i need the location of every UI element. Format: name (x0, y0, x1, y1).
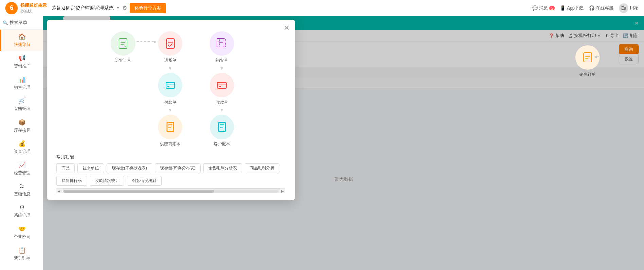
app-icon: 📱 (560, 5, 565, 11)
message-icon: 💬 (532, 5, 538, 11)
marketing-icon: 📢 (18, 54, 26, 62)
flow-item-receipt[interactable]: 收款单 (210, 73, 234, 105)
purchase-slip-circle (158, 31, 182, 56)
app-download-btn[interactable]: 📱 App下载 (560, 5, 584, 11)
popup-overlay: ✕ 进货订单 (43, 16, 644, 270)
logo-line1: 畅康通好生意 (20, 3, 47, 8)
sales-icon: 📊 (18, 76, 26, 83)
svg-rect-14 (166, 122, 168, 132)
func-row-1: 商品 往来单位 现存量(库存状况表) 现存量(库存分布表) 销售毛利分析表 商品… (56, 163, 285, 173)
sidebar-search[interactable]: 🔍 搜索菜单 (0, 16, 43, 30)
flow-item-sales-slip[interactable]: 销货单 (210, 31, 234, 64)
scroll-track (63, 190, 279, 193)
operations-icon: 📈 (18, 161, 26, 169)
scroll-left-btn[interactable]: ◀ (56, 189, 62, 194)
finance-icon: 💰 (18, 140, 26, 147)
svg-rect-22 (219, 122, 225, 132)
receipt-circle (210, 73, 234, 97)
sidebar-item-guide[interactable]: 📋 新手引导 (0, 243, 43, 265)
basic-icon: 🗂 (19, 183, 25, 190)
message-btn[interactable]: 💬 消息 5 (532, 5, 555, 11)
flow-item-customer-ledger[interactable]: 客户账本 (210, 115, 234, 147)
arrow-1-2: ▶ (135, 39, 158, 44)
inventory-icon: 📦 (18, 119, 26, 126)
supplier-ledger-circle (158, 115, 182, 139)
sidebar-item-inventory[interactable]: 📦 库存核算 (0, 115, 43, 137)
sidebar-item-label-system: 系统管理 (14, 213, 30, 218)
try-btn[interactable]: 体验行业方案 (130, 3, 166, 13)
sidebar-item-label-sales: 销售管理 (14, 85, 30, 90)
app-label: App下载 (567, 5, 584, 11)
service-btn[interactable]: 🎧 在线客服 (589, 5, 613, 11)
svg-rect-9 (167, 86, 169, 87)
sidebar-item-label-purchase: 采购管理 (14, 106, 30, 112)
top-bar: 6 畅康通好生意 标准版 装备及固定资产辅助管理系统 ▼ ⚙ 体验行业方案 💬 … (0, 0, 644, 16)
func-btn-sales-margin[interactable]: 销售毛利分析表 (203, 163, 242, 173)
flow-item-sales-order[interactable]: 销售订单 (575, 45, 600, 77)
purchase-slip-label: 进货单 (164, 58, 176, 64)
svg-rect-19 (217, 82, 226, 88)
scroll-right-btn[interactable]: ▶ (280, 189, 285, 194)
settings-icon[interactable]: ⚙ (122, 5, 127, 11)
avatar: Ea (619, 3, 628, 13)
arrow-down-2: ▼ (168, 105, 173, 115)
system-dropdown-icon[interactable]: ▼ (116, 6, 120, 10)
svg-rect-20 (217, 84, 226, 85)
svg-rect-0 (119, 39, 127, 48)
flow-item-purchase-slip[interactable]: 进货单 (158, 31, 182, 64)
customer-ledger-label: 客户账本 (214, 141, 230, 147)
customer-ledger-circle (210, 115, 234, 139)
sidebar-item-sales[interactable]: 📊 销售管理 (0, 72, 43, 94)
flow-item-purchase-order[interactable]: 进货订单 (111, 31, 135, 64)
func-btn-pay-stat[interactable]: 付款情况统计 (127, 176, 162, 186)
logo-icon: 6 (5, 2, 18, 14)
service-label: 在线客服 (596, 5, 613, 11)
sidebar-item-label-guide: 新手引导 (14, 255, 30, 261)
func-btn-recv-stat[interactable]: 收款情况统计 (90, 176, 124, 186)
scroll-bar: ◀ ▶ (56, 188, 285, 193)
user-btn[interactable]: Ea 用友 (619, 3, 639, 13)
func-row-2: 销售排行榜 收款情况统计 付款情况统计 (56, 176, 285, 186)
logo-area: 6 畅康通好生意 标准版 (5, 2, 49, 14)
func-btn-product-margin[interactable]: 商品毛利分析 (245, 163, 279, 173)
common-func-title: 常用功能 (56, 154, 285, 160)
popup-close-btn[interactable]: ✕ (284, 24, 290, 32)
sidebar-item-label-operations: 经营管理 (14, 170, 30, 176)
func-btn-sales-rank[interactable]: 销售排行榜 (56, 176, 87, 186)
sidebar-item-collab[interactable]: 🤝 企业协同 (0, 222, 43, 243)
guide-icon: 📋 (18, 247, 26, 254)
func-btn-stock-dist[interactable]: 现存量(库存分布表) (155, 163, 201, 173)
flow-item-payment[interactable]: 付款单 (158, 73, 182, 105)
purchase-order-label: 进货订单 (115, 58, 131, 64)
flow-col-2: 进货单 ▼ 付款单 ▼ (158, 31, 182, 147)
sales-order-label: 销售订单 (579, 72, 596, 77)
sidebar-item-marketing[interactable]: 📢 营销推广 (0, 51, 43, 72)
svg-rect-26 (218, 122, 219, 132)
sidebar-item-purchase[interactable]: 🛒 采购管理 (0, 94, 43, 115)
sidebar-item-system[interactable]: ⚙ 系统管理 (0, 200, 43, 222)
func-btn-stock-status[interactable]: 现存量(库存状况表) (107, 163, 152, 173)
sidebar-item-finance[interactable]: 💰 资金管理 (0, 137, 43, 158)
scroll-thumb[interactable] (63, 190, 214, 193)
sales-slip-circle (210, 31, 234, 56)
svg-rect-7 (166, 82, 175, 88)
supplier-ledger-label: 供应商账本 (160, 141, 180, 147)
logo-text: 畅康通好生意 标准版 (20, 3, 47, 13)
func-btn-partner[interactable]: 往来单位 (77, 163, 104, 173)
sidebar-item-label-quicknav: 快捷导航 (14, 42, 30, 48)
message-badge: 5 (549, 6, 555, 10)
service-icon: 🎧 (589, 5, 594, 11)
system-title: 装备及固定资产辅助管理系统 (52, 5, 114, 11)
flow-diagram: 进货订单 ▶ (56, 28, 285, 152)
flow-item-supplier-ledger[interactable]: 供应商账本 (158, 115, 182, 147)
func-btn-product[interactable]: 商品 (56, 163, 75, 173)
sidebar-item-quicknav[interactable]: 🏠 快捷导航 (0, 30, 43, 51)
sidebar-item-operations[interactable]: 📈 经营管理 (0, 158, 43, 179)
svg-rect-8 (166, 84, 175, 85)
svg-rect-4 (166, 39, 174, 48)
top-bar-actions: 💬 消息 5 📱 App下载 🎧 在线客服 Ea 用友 (532, 3, 639, 13)
top-bar-mid: 装备及固定资产辅助管理系统 ▼ ⚙ 体验行业方案 (49, 3, 532, 13)
svg-rect-10 (167, 122, 174, 132)
quicknav-icon: 🏠 (18, 33, 26, 40)
sidebar-item-basic[interactable]: 🗂 基础信息 (0, 179, 43, 200)
